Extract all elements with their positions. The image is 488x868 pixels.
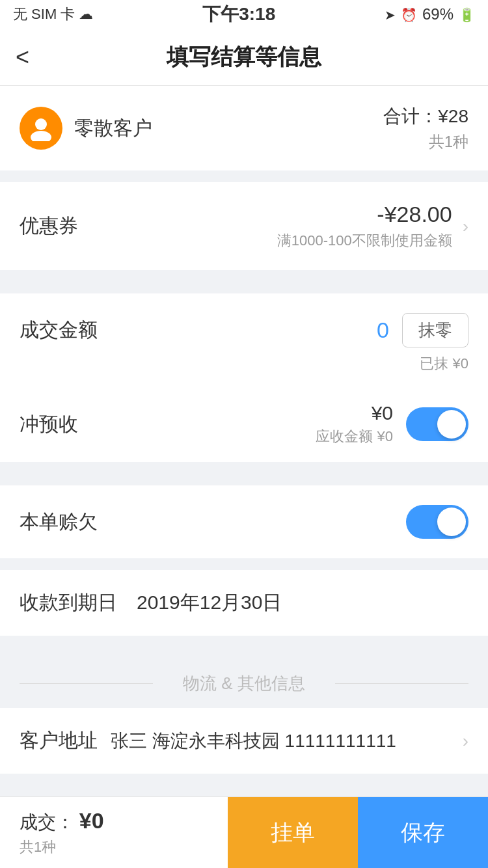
duedate-value[interactable]: 2019年12月30日 — [137, 590, 282, 616]
logistics-divider: 物流 & 其他信息 — [0, 659, 488, 708]
status-time: 下午3:18 — [202, 2, 275, 27]
transaction-section: 成交金额 0 抹零 已抹 ¥0 冲预收 ¥0 应收金额 ¥0 — [0, 293, 488, 462]
battery-label: 69% — [422, 5, 454, 23]
alarm-icon — [401, 5, 417, 23]
customer-count: 共1种 — [383, 131, 468, 152]
bottom-bar: 成交： ¥0 共1种 挂单 保存 — [0, 796, 488, 868]
location-icon — [385, 5, 396, 23]
prepay-amounts: ¥0 应收金额 ¥0 — [316, 402, 393, 446]
transaction-row: 成交金额 0 抹零 — [0, 293, 488, 354]
duedate-label: 收款到期日 — [20, 590, 117, 616]
divider-line-left — [20, 683, 153, 684]
prepay-label: 冲预收 — [20, 411, 78, 438]
divider-text: 物流 & 其他信息 — [183, 672, 305, 695]
bottom-deal-row: 成交： ¥0 — [20, 808, 208, 835]
debt-section: 本单赊欠 — [0, 485, 488, 558]
page-title: 填写结算等信息 — [167, 42, 321, 72]
customer-left: 零散客户 — [20, 107, 152, 150]
battery-icon — [459, 5, 475, 23]
debt-label: 本单赊欠 — [20, 509, 98, 536]
divider-label-row: 物流 & 其他信息 — [0, 672, 488, 695]
user-icon — [28, 115, 54, 141]
coupon-right: -¥28.00 满1000-100不限制使用金额 › — [277, 202, 468, 251]
separator-2 — [0, 474, 488, 485]
prepay-sub-text: 应收金额 ¥0 — [316, 427, 393, 446]
chevron-right-icon: › — [463, 216, 468, 237]
separator-1 — [0, 282, 488, 293]
svg-point-0 — [35, 118, 47, 130]
sim-status: 无 SIM 卡 ☁ — [13, 5, 93, 24]
transaction-value[interactable]: 0 — [377, 318, 389, 343]
bottom-info: 成交： ¥0 共1种 — [0, 808, 228, 857]
save-button[interactable]: 保存 — [358, 797, 488, 869]
prepay-row: 冲预收 ¥0 应收金额 ¥0 — [0, 387, 488, 462]
customer-total: 合计：¥28 — [383, 104, 468, 129]
coupon-sub: 满1000-100不限制使用金额 — [277, 231, 452, 251]
separator-3 — [0, 647, 488, 659]
coupon-amount: -¥28.00 — [277, 202, 452, 227]
bottom-deal-label: 成交： — [20, 812, 74, 832]
content-area: 零散客户 合计：¥28 共1种 优惠券 -¥28.00 满1000-100不限制… — [0, 86, 488, 868]
bottom-count: 共1种 — [20, 837, 208, 857]
customer-name: 零散客户 — [74, 115, 152, 142]
bottom-deal-amount: ¥0 — [79, 808, 104, 833]
pending-button[interactable]: 挂单 — [228, 797, 358, 869]
avatar — [20, 107, 62, 150]
status-right: 69% — [385, 5, 475, 23]
address-label: 客户地址 — [20, 727, 98, 754]
toggle-knob — [437, 410, 466, 439]
customer-right: 合计：¥28 共1种 — [383, 104, 468, 152]
coupon-row[interactable]: 优惠券 -¥28.00 满1000-100不限制使用金额 › — [0, 182, 488, 270]
address-value: 张三 海淀永丰科技园 11111111111 — [111, 729, 463, 753]
divider-line-right — [335, 683, 468, 684]
svg-point-1 — [31, 131, 51, 141]
duedate-section: 收款到期日 2019年12月30日 — [0, 570, 488, 636]
back-button[interactable]: < — [16, 44, 29, 71]
coupon-section[interactable]: 优惠券 -¥28.00 满1000-100不限制使用金额 › — [0, 182, 488, 270]
coupon-label: 优惠券 — [20, 213, 78, 239]
status-bar: 无 SIM 卡 ☁ 下午3:18 69% — [0, 0, 488, 29]
prepay-right: ¥0 应收金额 ¥0 — [316, 402, 468, 446]
nav-bar: < 填写结算等信息 — [0, 29, 488, 86]
transaction-right: 0 抹零 — [377, 313, 468, 347]
transaction-sub: 已抹 ¥0 — [0, 354, 488, 387]
address-chevron-icon: › — [463, 731, 468, 752]
status-left: 无 SIM 卡 ☁ — [13, 5, 93, 24]
transaction-label: 成交金额 — [20, 317, 98, 344]
prepay-toggle[interactable] — [406, 407, 468, 441]
debt-toggle[interactable] — [406, 505, 468, 539]
address-section[interactable]: 客户地址 张三 海淀永丰科技园 11111111111 › — [0, 708, 488, 774]
debt-toggle-knob — [437, 508, 466, 536]
round-button[interactable]: 抹零 — [402, 313, 468, 347]
duedate-row: 收款到期日 2019年12月30日 — [20, 590, 468, 616]
customer-section: 零散客户 合计：¥28 共1种 — [0, 86, 488, 170]
prepay-main-amount: ¥0 — [316, 402, 393, 424]
